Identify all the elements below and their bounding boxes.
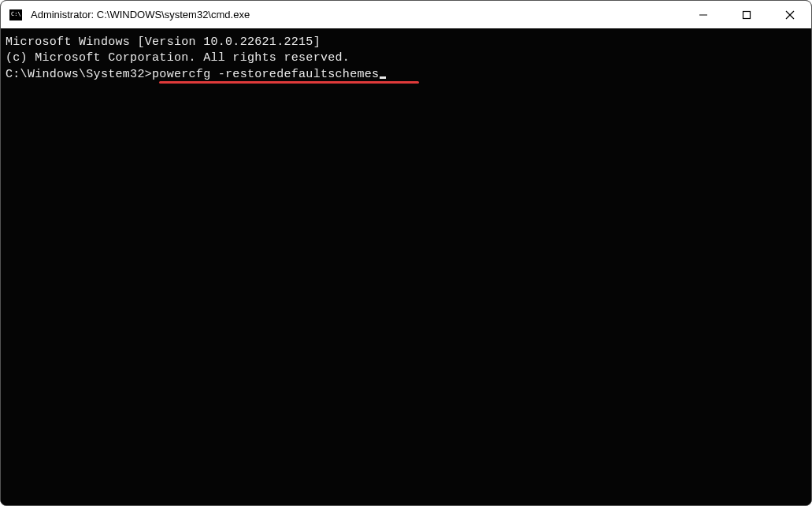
close-button[interactable] [768, 1, 811, 28]
terminal-prompt: C:\Windows\System32> [6, 68, 152, 81]
minimize-button[interactable] [681, 1, 725, 28]
window-title: Administrator: C:\WINDOWS\system32\cmd.e… [31, 9, 681, 20]
terminal-prompt-line: C:\Windows\System32>powercfg -restoredef… [6, 67, 386, 115]
terminal-command: powercfg -restoredefaultschemes [152, 68, 379, 81]
close-icon [785, 10, 795, 20]
titlebar[interactable]: C:\. Administrator: C:\WINDOWS\system32\… [1, 1, 811, 28]
svg-rect-1 [743, 11, 750, 18]
terminal-area[interactable]: Microsoft Windows [Version 10.0.22621.22… [1, 28, 811, 505]
window-controls [681, 1, 811, 28]
cmd-icon-text: C:\. [11, 12, 24, 17]
cmd-app-icon: C:\. [9, 8, 23, 22]
terminal-output-line: (c) Microsoft Corporation. All rights re… [6, 50, 811, 66]
cmd-window: C:\. Administrator: C:\WINDOWS\system32\… [0, 0, 812, 506]
minimize-icon [699, 10, 708, 20]
annotation-underline [159, 81, 419, 84]
maximize-icon [742, 10, 751, 20]
maximize-button[interactable] [725, 1, 768, 28]
terminal-cursor [380, 76, 386, 79]
terminal-output-line: Microsoft Windows [Version 10.0.22621.22… [6, 35, 811, 50]
